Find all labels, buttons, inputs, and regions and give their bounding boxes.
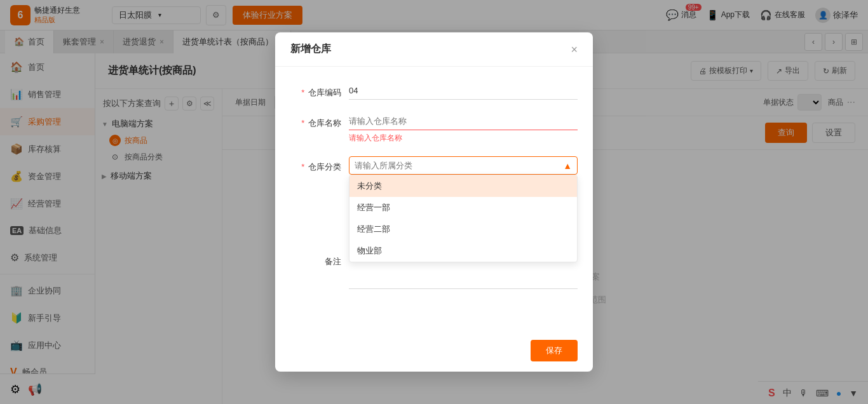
name-control: 请输入仓库名称 bbox=[349, 112, 578, 144]
category-label: * 仓库分类 bbox=[290, 156, 341, 173]
save-button[interactable]: 保存 bbox=[531, 340, 578, 361]
modal-new-warehouse: 新增仓库 × * 仓库编码 * 仓库名称 bbox=[275, 32, 593, 372]
dropdown-item-ops1[interactable]: 经营一部 bbox=[349, 197, 577, 219]
modal-footer: 保存 bbox=[275, 330, 593, 372]
category-dropdown: 未分类 经营一部 经营二部 物业部 bbox=[349, 175, 578, 262]
dropdown-item-property[interactable]: 物业部 bbox=[349, 240, 577, 262]
remarks-label: 备注 bbox=[290, 251, 341, 267]
code-label: * 仓库编码 bbox=[290, 82, 341, 98]
code-input[interactable] bbox=[349, 82, 578, 100]
name-error-msg: 请输入仓库名称 bbox=[349, 133, 578, 144]
category-arrow-icon[interactable]: ▲ bbox=[563, 161, 572, 171]
dropdown-item-uncategorized[interactable]: 未分类 bbox=[349, 175, 577, 197]
code-control bbox=[349, 82, 578, 100]
modal-body: * 仓库编码 * 仓库名称 请输入仓库名称 bbox=[275, 67, 593, 317]
dropdown-item-ops2[interactable]: 经营二部 bbox=[349, 219, 577, 240]
category-input-wrapper: ▲ bbox=[349, 156, 578, 175]
modal-close-button[interactable]: × bbox=[571, 44, 578, 55]
modal-overlay[interactable]: 新增仓库 × * 仓库编码 * 仓库名称 bbox=[0, 0, 868, 404]
category-input[interactable] bbox=[355, 157, 563, 174]
category-control: ▲ 未分类 经营一部 经营二部 物业部 bbox=[349, 156, 578, 175]
form-row-name: * 仓库名称 请输入仓库名称 bbox=[290, 112, 578, 144]
name-label: * 仓库名称 bbox=[290, 112, 341, 129]
name-input[interactable] bbox=[349, 112, 578, 130]
modal-header: 新增仓库 × bbox=[275, 32, 593, 67]
modal-title: 新增仓库 bbox=[290, 43, 331, 56]
form-row-code: * 仓库编码 bbox=[290, 82, 578, 100]
form-row-category: * 仓库分类 ▲ 未分类 经营一部 经营二部 物业部 bbox=[290, 156, 578, 175]
